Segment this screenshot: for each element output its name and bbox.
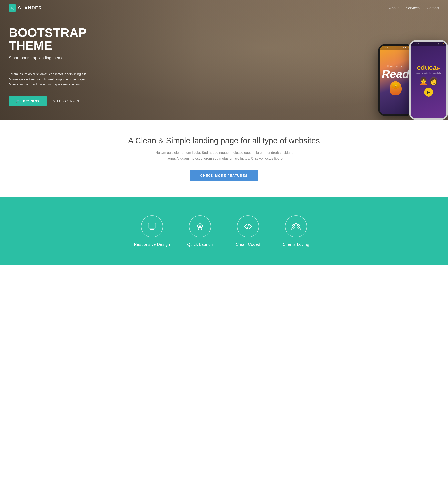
clients-icon-circle bbox=[285, 215, 307, 237]
svg-point-7 bbox=[298, 224, 300, 226]
service-coded: Clean Coded bbox=[224, 211, 272, 251]
hero-title: BOOTSTRAP THEME bbox=[9, 26, 95, 52]
nav-services[interactable]: Services bbox=[406, 6, 420, 10]
phone-screen-black: How to read ru... Read 😄 bbox=[380, 46, 411, 114]
service-responsive: Responsive Design bbox=[128, 211, 176, 251]
hero-subtitle: Smart bootstrap landing theme bbox=[9, 56, 95, 60]
features-description: Nullam quis elementum ligula. Sed neque … bbox=[150, 150, 298, 162]
hero-description: Lorem ipsum dolor sit amet, consectetur … bbox=[9, 72, 95, 87]
buy-now-button[interactable]: 🛒 BUY NOW bbox=[9, 96, 47, 106]
hero-divider bbox=[9, 66, 95, 66]
nav-links: About Services Contact bbox=[389, 6, 439, 10]
logo-icon bbox=[9, 4, 16, 12]
responsive-icon-circle bbox=[141, 215, 163, 237]
launch-icon-circle bbox=[189, 215, 211, 237]
hero-section: BOOTSTRAP THEME Smart bootstrap landing … bbox=[0, 0, 448, 120]
svg-point-5 bbox=[295, 223, 297, 226]
svg-rect-0 bbox=[148, 223, 156, 228]
hero-phones: 14:06 PM ▲ ▼ ⚡ How to read ru... Read 😄 bbox=[378, 0, 448, 120]
check-features-button[interactable]: CHECK MORE FEATURES bbox=[190, 170, 259, 181]
cart-icon: 🛒 bbox=[16, 99, 20, 103]
phone-screen-white: educa▶ Video Player for the Net Scholar … bbox=[410, 42, 446, 119]
svg-point-3 bbox=[199, 225, 201, 227]
code-icon bbox=[243, 221, 253, 231]
services-section: Responsive Design Quick Launch bbox=[0, 197, 448, 265]
svg-line-4 bbox=[247, 224, 249, 229]
service-launch: Quick Launch bbox=[176, 211, 224, 251]
services-grid: Responsive Design Quick Launch bbox=[128, 211, 320, 251]
logo-text: SLANDER bbox=[18, 5, 42, 11]
nav-contact[interactable]: Contact bbox=[427, 6, 439, 10]
hero-content: BOOTSTRAP THEME Smart bootstrap landing … bbox=[0, 0, 104, 118]
phone-black: 14:06 PM ▲ ▼ ⚡ How to read ru... Read 😄 bbox=[378, 44, 413, 116]
features-title: A Clean & Simple landing page for all ty… bbox=[9, 136, 439, 145]
users-icon bbox=[291, 221, 301, 231]
service-clients-label: Clients Loving bbox=[283, 242, 310, 247]
phone-white: 14:06 PM ⊕ ▲ ⚡ educa▶ Video Player for t… bbox=[409, 40, 448, 120]
rocket-icon bbox=[195, 221, 205, 231]
learn-more-button[interactable]: ◎ LEARN MORE bbox=[53, 99, 80, 103]
service-clients: Clients Loving bbox=[272, 211, 320, 251]
service-responsive-label: Responsive Design bbox=[134, 242, 170, 247]
svg-point-6 bbox=[292, 224, 295, 226]
hero-buttons: 🛒 BUY NOW ◎ LEARN MORE bbox=[9, 96, 95, 106]
navigation: SLANDER About Services Contact bbox=[0, 0, 448, 16]
service-launch-label: Quick Launch bbox=[187, 242, 213, 247]
circle-icon: ◎ bbox=[53, 99, 56, 103]
nav-about[interactable]: About bbox=[389, 6, 399, 10]
coded-icon-circle bbox=[237, 215, 259, 237]
logo[interactable]: SLANDER bbox=[9, 4, 42, 12]
monitor-icon bbox=[147, 221, 157, 231]
service-coded-label: Clean Coded bbox=[236, 242, 260, 247]
features-section: A Clean & Simple landing page for all ty… bbox=[0, 120, 448, 197]
